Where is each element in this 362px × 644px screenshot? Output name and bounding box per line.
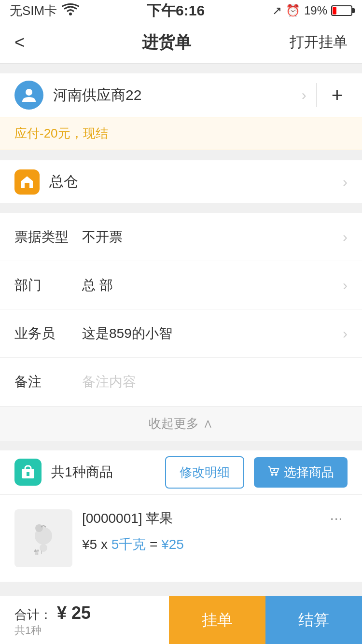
total-value: ¥25	[161, 537, 184, 552]
svg-point-1	[26, 89, 32, 96]
svg-point-6	[275, 473, 278, 476]
alarm-icon: ⏰	[286, 4, 300, 17]
back-button[interactable]: <	[14, 32, 43, 53]
collapse-bar[interactable]: 收起更多 ∧	[0, 406, 362, 441]
quantity-value: 5千克	[111, 537, 146, 552]
salesman-value: 这是859的小智	[72, 324, 343, 343]
more-button[interactable]: ···	[325, 509, 348, 527]
svg-point-0	[69, 13, 72, 15]
open-pending-button[interactable]: 打开挂单	[290, 32, 348, 52]
warehouse-section[interactable]: 总仓 ›	[0, 160, 362, 203]
svg-rect-2	[25, 183, 29, 188]
total-label-text: 合计：	[14, 606, 52, 623]
product-title: 苹果	[146, 511, 173, 526]
warehouse-icon	[14, 169, 40, 195]
collapse-label: 收起更多 ∧	[149, 415, 213, 432]
product-thumbnail: 督+	[14, 509, 72, 567]
supplier-section: 河南供应商22 › + 应付-20元，现结	[0, 73, 362, 150]
form-section: 票据类型 不开票 › 部门 总 部 › 业务员 这是859的小智 › 备注 备注…	[0, 213, 362, 406]
supplier-divider	[316, 83, 317, 107]
bottom-bar: 合计： ¥ 25 共1种 挂单 结算	[0, 596, 362, 644]
status-right: ↗ ⏰ 19%	[272, 4, 352, 17]
invoice-chevron-icon: ›	[343, 229, 348, 245]
notice-bar: 应付-20元，现结	[0, 117, 362, 150]
product-info: [0000001] 苹果 ¥5 x 5千克 = ¥25	[82, 509, 315, 554]
remark-label: 备注	[14, 373, 72, 391]
product-price: ¥5 x 5千克 = ¥25	[82, 535, 315, 554]
department-label: 部门	[14, 276, 72, 294]
supplier-name[interactable]: 河南供应商22	[53, 85, 302, 105]
svg-rect-4	[27, 472, 29, 476]
nav-bar: < 进货单 打开挂单	[0, 21, 362, 64]
total-section: 合计： ¥ 25 共1种	[0, 603, 169, 638]
product-header: 共1种商品 修改明细 选择商品	[0, 450, 362, 494]
warehouse-row[interactable]: 总仓 ›	[0, 160, 362, 203]
select-product-button[interactable]: 选择商品	[254, 457, 348, 488]
department-chevron-icon: ›	[343, 277, 348, 294]
status-bar: 无SIM卡 下午6:16 ↗ ⏰ 19%	[0, 0, 362, 21]
remark-row[interactable]: 备注 备注内容	[0, 358, 362, 406]
price-value: ¥5	[82, 537, 97, 552]
status-time: 下午6:16	[147, 1, 205, 21]
page-title: 进货单	[142, 31, 191, 54]
status-left: 无SIM卡	[10, 2, 79, 19]
wifi-icon	[62, 3, 79, 19]
product-code: [0000001]	[82, 511, 142, 526]
product-icon	[14, 459, 42, 486]
svg-point-5	[271, 473, 274, 476]
invoice-row[interactable]: 票据类型 不开票 ›	[0, 213, 362, 261]
divider-1	[0, 64, 362, 73]
supplier-row: 河南供应商22 › +	[0, 73, 362, 117]
select-product-label: 选择商品	[284, 464, 334, 481]
product-count-label: 共1种商品	[51, 463, 155, 481]
salesman-label: 业务员	[14, 324, 72, 343]
salesman-chevron-icon: ›	[343, 325, 348, 342]
warehouse-chevron-icon: ›	[343, 174, 348, 190]
hold-button[interactable]: 挂单	[169, 596, 265, 644]
checkout-button[interactable]: 结算	[265, 596, 362, 644]
total-amount: ¥ 25	[57, 603, 91, 623]
svg-point-10	[35, 524, 43, 532]
svg-text:督+: 督+	[34, 549, 43, 555]
battery-percent: 19%	[304, 4, 327, 17]
remark-value[interactable]: 备注内容	[72, 373, 348, 391]
invoice-label: 票据类型	[14, 228, 72, 246]
total-count: 共1种	[14, 623, 154, 638]
product-item: 督+ [0000001] 苹果 ¥5 x 5千克 = ¥25 ···	[0, 495, 362, 582]
invoice-value: 不开票	[72, 228, 343, 246]
edit-detail-button[interactable]: 修改明细	[165, 456, 244, 489]
carrier-label: 无SIM卡	[10, 2, 57, 19]
notice-text: 应付-20元，现结	[14, 126, 108, 140]
price-separator: x	[101, 537, 111, 552]
cart-icon	[267, 465, 280, 480]
supplier-chevron-icon: ›	[302, 87, 306, 103]
department-row[interactable]: 部门 总 部 ›	[0, 261, 362, 309]
warehouse-name: 总仓	[49, 172, 343, 192]
department-value: 总 部	[72, 276, 343, 294]
equals-sign: =	[150, 537, 161, 552]
salesman-row[interactable]: 业务员 这是859的小智 ›	[0, 309, 362, 358]
battery-icon	[331, 5, 352, 16]
divider-2	[0, 150, 362, 160]
location-icon: ↗	[272, 4, 282, 17]
add-button[interactable]: +	[327, 80, 348, 111]
product-name: [0000001] 苹果	[82, 509, 315, 528]
supplier-avatar	[14, 81, 43, 110]
